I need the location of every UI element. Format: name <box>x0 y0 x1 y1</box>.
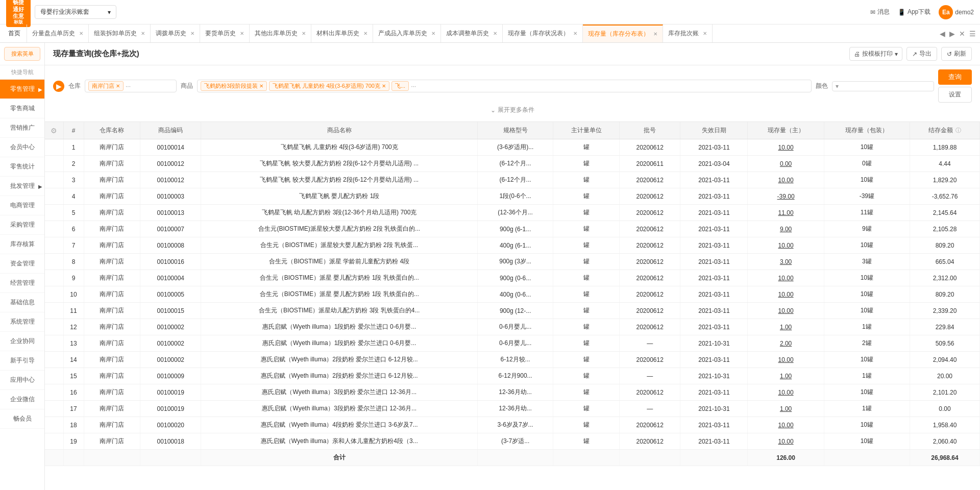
sidebar-item-7[interactable]: 采购管理 <box>0 215 44 235</box>
tab-close-button[interactable]: ✕ <box>957 24 967 43</box>
close-icon[interactable]: ✕ <box>141 31 145 36</box>
sidebar-item-12[interactable]: 系统管理 <box>0 312 44 332</box>
sidebar-item-8[interactable]: 库存核算 <box>0 235 44 254</box>
close-icon[interactable]: ✕ <box>431 31 435 36</box>
sidebar-item-0[interactable]: 零售管理▶ <box>0 80 44 99</box>
table-cell-5: 900g (3岁... <box>478 254 553 270</box>
table-cell-10: 1罐 <box>824 401 910 417</box>
refresh-button[interactable]: ↺ 刷新 <box>941 47 972 61</box>
table-cell-9[interactable]: 9.00 <box>748 221 824 237</box>
table-cell-9[interactable]: 10.00 <box>748 237 824 254</box>
table-cell-2: 南岸门店 <box>84 335 140 352</box>
top-right: ✉ 消息 📱 App下载 Ea demo2 <box>870 5 974 19</box>
print-button[interactable]: 🖨 按模板打印 ▾ <box>849 47 902 61</box>
sidebar-item-13[interactable]: 企业协同 <box>0 332 44 351</box>
table-cell-9[interactable]: 10.00 <box>748 270 824 286</box>
table-cell-9[interactable]: 0.00 <box>748 156 824 172</box>
close-icon[interactable]: ✕ <box>240 31 244 36</box>
product-more-icon[interactable]: ··· <box>411 83 416 90</box>
remove-product-tag1-button[interactable]: ✕ <box>259 83 263 89</box>
table-cell-11: 2,312.00 <box>910 270 980 286</box>
industry-selector[interactable]: 母婴行业演示账套 ▾ <box>35 5 116 19</box>
query-button[interactable]: 查询 <box>938 69 972 85</box>
message-button[interactable]: ✉ 消息 <box>870 8 890 16</box>
col-settings[interactable]: ⚙ <box>45 122 63 139</box>
table-container[interactable]: ⚙ # 仓库名称 商品编码 商品名称 规格型号 主计量单位 批号 失效日期 现存… <box>45 122 980 490</box>
sidebar-item-6[interactable]: 电商管理 <box>0 196 44 215</box>
tab-home[interactable]: 首页 <box>2 24 27 43</box>
table-cell-10: 10罐 <box>824 303 910 319</box>
sidebar-item-2[interactable]: 营销推广 <box>0 118 44 138</box>
close-icon[interactable]: ✕ <box>493 31 497 36</box>
color-filter[interactable]: ▾ <box>832 81 934 91</box>
product-filter[interactable]: 飞鹤奶粉3段阶段提装 ✕ 飞鹤星飞帆 儿童奶粉 4段(3-6岁适用) 700克 … <box>197 80 812 92</box>
table-cell-9[interactable]: 10.00 <box>748 286 824 303</box>
tab-0[interactable]: 分量盘点单历史 ✕ <box>27 24 89 43</box>
sidebar-item-1[interactable]: 零售商城 <box>0 99 44 118</box>
table-cell-9[interactable]: 10.00 <box>748 352 824 368</box>
sidebar-item-9[interactable]: 资金管理 <box>0 254 44 274</box>
table-cell-9[interactable]: 10.00 <box>748 384 824 401</box>
close-icon[interactable]: ✕ <box>573 31 577 36</box>
app-download-button[interactable]: 📱 App下载 <box>898 8 930 16</box>
table-cell-9[interactable]: 1.00 <box>748 319 824 335</box>
tab-10[interactable]: 库存批次账 ✕ <box>663 24 713 43</box>
table-cell-6: 罐 <box>553 188 620 205</box>
table-cell-9[interactable]: 10.00 <box>748 139 824 156</box>
tab-6[interactable]: 产成品入库单历史 ✕ <box>373 24 441 43</box>
tab-prev-button[interactable]: ◀ <box>938 24 947 43</box>
expand-conditions-button[interactable]: ⌄ 展开更多条件 <box>491 104 534 116</box>
tab-7[interactable]: 成本调整单历史 ✕ <box>441 24 503 43</box>
warehouse-more-icon[interactable]: ··· <box>126 83 131 90</box>
sidebar-quick-nav[interactable]: 快捷导航 <box>0 65 44 80</box>
sidebar-item-14[interactable]: 新手引导 <box>0 351 44 371</box>
settings-button[interactable]: 设置 <box>938 87 972 103</box>
table-cell-9[interactable]: -39.00 <box>748 188 824 205</box>
table-cell-7: — <box>620 401 680 417</box>
search-single-button[interactable]: 搜索英单 <box>4 47 40 61</box>
gear-icon[interactable]: ⚙ <box>51 127 57 135</box>
close-icon[interactable]: ✕ <box>653 31 657 37</box>
tab-2[interactable]: 调拨单历史 ✕ <box>151 24 200 43</box>
sidebar-item-11[interactable]: 基础信息 <box>0 293 44 312</box>
sidebar-item-10[interactable]: 经营管理 <box>0 274 44 293</box>
table-cell-9[interactable]: 10.00 <box>748 172 824 188</box>
sidebar-item-17[interactable]: 畅会员 <box>0 409 44 429</box>
filter-expand-left-button[interactable]: ▶ <box>53 81 64 92</box>
tab-8[interactable]: 现存量（库存状况表） ✕ <box>503 24 583 43</box>
tab-menu-button[interactable]: ☰ <box>967 24 978 43</box>
close-icon[interactable]: ✕ <box>302 31 306 36</box>
info-icon[interactable]: ⓘ <box>955 127 961 133</box>
table-cell-9[interactable]: 10.00 <box>748 433 824 450</box>
tab-4[interactable]: 其他出库单历史 ✕ <box>250 24 311 43</box>
sidebar-item-16[interactable]: 企业微信 <box>0 390 44 409</box>
sidebar-item-15[interactable]: 应用中心 <box>0 371 44 390</box>
close-icon[interactable]: ✕ <box>190 31 194 36</box>
tab-9[interactable]: 现存量（库存分布表） ✕ <box>583 24 663 43</box>
sidebar-item-3[interactable]: 会员中心 <box>0 138 44 157</box>
remove-warehouse-tag-button[interactable]: ✕ <box>116 83 120 89</box>
close-icon[interactable]: ✕ <box>703 31 707 36</box>
warehouse-filter[interactable]: 南岸门店 ✕ ··· <box>85 80 177 92</box>
user-menu[interactable]: Ea demo2 <box>939 5 974 19</box>
export-button[interactable]: ↗ 导出 <box>906 47 937 61</box>
close-icon[interactable]: ✕ <box>79 31 83 36</box>
table-cell-9[interactable]: 11.00 <box>748 205 824 221</box>
table-cell-7: 20200612 <box>620 352 680 368</box>
tab-5[interactable]: 材料出库单历史 ✕ <box>311 24 373 43</box>
table-cell-9[interactable]: 2.00 <box>748 335 824 352</box>
table-cell-9[interactable]: 10.00 <box>748 417 824 433</box>
table-cell-9[interactable]: 1.00 <box>748 401 824 417</box>
table-cell-6: 罐 <box>553 319 620 335</box>
sidebar-item-5[interactable]: 批发管理▶ <box>0 177 44 196</box>
table-cell-9[interactable]: 1.00 <box>748 368 824 384</box>
remove-product-tag2-button[interactable]: ✕ <box>382 83 386 89</box>
tab-1[interactable]: 组装拆卸单历史 ✕ <box>89 24 151 43</box>
sidebar-item-4[interactable]: 零售统计 <box>0 157 44 177</box>
table-cell-9[interactable]: 10.00 <box>748 303 824 319</box>
tab-3[interactable]: 要货单历史 ✕ <box>200 24 250 43</box>
tab-next-button[interactable]: ▶ <box>947 24 957 43</box>
table-cell-7: 20200612 <box>620 417 680 433</box>
table-cell-9[interactable]: 3.00 <box>748 254 824 270</box>
close-icon[interactable]: ✕ <box>363 31 368 36</box>
